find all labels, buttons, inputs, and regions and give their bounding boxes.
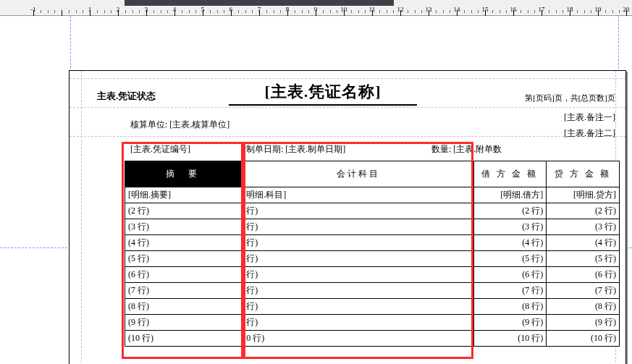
cell-summary[interactable]: (8 行) bbox=[125, 299, 243, 315]
cell-subject[interactable]: 0 行) bbox=[243, 331, 473, 347]
design-dash bbox=[69, 78, 625, 79]
col-subject[interactable]: 会计科目 bbox=[243, 161, 473, 187]
cell-credit[interactable]: (5 行) bbox=[547, 251, 620, 267]
col-credit[interactable]: 贷 方 金 额 bbox=[547, 161, 620, 187]
table-row[interactable]: (7 行) 行)(7 行)(7 行) bbox=[125, 283, 620, 299]
cell-debit[interactable]: (9 行) bbox=[473, 315, 547, 331]
ruler-dark-segment bbox=[125, 0, 394, 6]
cell-summary[interactable]: (3 行) bbox=[125, 219, 243, 235]
page-indicator[interactable]: 第[页码]页，共[总页数]页 bbox=[525, 93, 615, 103]
cell-credit[interactable]: (9 行) bbox=[547, 315, 620, 331]
unit-label: 核算单位: bbox=[130, 119, 167, 130]
design-dash bbox=[69, 136, 625, 137]
cell-credit[interactable]: (2 行) bbox=[547, 203, 620, 219]
col-debit[interactable]: 借 方 金 额 bbox=[473, 161, 547, 187]
makedate-value: [主表.制单日期] bbox=[285, 144, 345, 154]
table-row[interactable]: (9 行) 行)(9 行)(9 行) bbox=[125, 315, 620, 331]
cell-summary[interactable]: (5 行) bbox=[125, 251, 243, 267]
table-row[interactable]: (6 行) 行)(6 行)(6 行) bbox=[125, 267, 620, 283]
voucher-title[interactable]: [主表.凭证名称] bbox=[229, 81, 417, 106]
design-dash bbox=[69, 107, 625, 108]
table-row[interactable]: [明细.摘要]明细.科目][明细.借方][明细.贷方] bbox=[125, 187, 620, 203]
attach-value: [主表.附单数 bbox=[453, 144, 502, 154]
cell-credit[interactable]: (8 行) bbox=[547, 299, 620, 315]
table-row[interactable]: (4 行) 行)(4 行)(4 行) bbox=[125, 235, 620, 251]
cell-subject[interactable]: 行) bbox=[243, 203, 473, 219]
cell-credit[interactable]: (3 行) bbox=[547, 219, 620, 235]
accounting-unit-row[interactable]: 核算单位: [主表.核算单位] bbox=[130, 119, 229, 131]
cell-subject[interactable]: 行) bbox=[243, 219, 473, 235]
cell-summary[interactable]: (9 行) bbox=[125, 315, 243, 331]
cell-debit[interactable]: (3 行) bbox=[473, 219, 547, 235]
col-summary[interactable]: 摘 要 bbox=[125, 161, 243, 187]
cell-credit[interactable]: (4 行) bbox=[547, 235, 620, 251]
voucher-table[interactable]: 摘 要 会计科目 借 方 金 额 贷 方 金 额 [明细.摘要]明细.科目][明… bbox=[125, 161, 620, 347]
remark-2[interactable]: [主表.备注二] bbox=[564, 127, 615, 140]
cell-debit[interactable]: (6 行) bbox=[473, 267, 547, 283]
makedate-label: 制单日期: bbox=[246, 144, 283, 154]
cell-credit[interactable]: (7 行) bbox=[547, 283, 620, 299]
voucher-number[interactable]: [主表.凭证编号] bbox=[130, 143, 190, 156]
design-canvas[interactable]: 主表.凭证状态 [主表.凭证名称] 第[页码]页，共[总页数]页 [主表.备注一… bbox=[0, 16, 632, 364]
attachment-count[interactable]: 数量: [主表.附单数 bbox=[431, 143, 502, 156]
table-row[interactable]: (8 行) 行)(8 行)(8 行) bbox=[125, 299, 620, 315]
cell-subject[interactable]: 行) bbox=[243, 267, 473, 283]
design-dash bbox=[81, 71, 82, 364]
cell-credit[interactable]: (6 行) bbox=[547, 267, 620, 283]
unit-value: [主表.核算单位] bbox=[169, 119, 229, 130]
cell-subject[interactable]: 明细.科目] bbox=[243, 187, 473, 203]
cell-subject[interactable]: 行) bbox=[243, 283, 473, 299]
table-header-row: 摘 要 会计科目 借 方 金 额 贷 方 金 额 bbox=[125, 161, 620, 187]
cell-credit[interactable]: [明细.贷方] bbox=[547, 187, 620, 203]
cell-debit[interactable]: (10 行) bbox=[473, 331, 547, 347]
remark-1[interactable]: [主表.备注一] bbox=[564, 111, 615, 124]
make-date[interactable]: 制单日期: [主表.制单日期] bbox=[246, 143, 345, 156]
cell-subject[interactable]: 行) bbox=[243, 251, 473, 267]
table-row[interactable]: (2 行) 行)(2 行)(2 行) bbox=[125, 203, 620, 219]
cell-summary[interactable]: (7 行) bbox=[125, 283, 243, 299]
cell-debit[interactable]: (8 行) bbox=[473, 299, 547, 315]
cell-subject[interactable]: 行) bbox=[243, 315, 473, 331]
cell-debit[interactable]: (2 行) bbox=[473, 203, 547, 219]
cell-subject[interactable]: 行) bbox=[243, 235, 473, 251]
table-row[interactable]: (10 行)0 行)(10 行)(10 行) bbox=[125, 331, 620, 347]
attach-label: 数量: bbox=[431, 144, 451, 154]
horizontal-ruler[interactable]: -11234567891011121314151617181920 bbox=[0, 0, 632, 16]
cell-debit[interactable]: (4 行) bbox=[473, 235, 547, 251]
cell-summary[interactable]: [明细.摘要] bbox=[125, 187, 243, 203]
table-row[interactable]: (5 行) 行)(5 行)(5 行) bbox=[125, 251, 620, 267]
voucher-status-label[interactable]: 主表.凭证状态 bbox=[97, 90, 156, 103]
cell-summary[interactable]: (10 行) bbox=[125, 331, 243, 347]
cell-debit[interactable]: [明细.借方] bbox=[473, 187, 547, 203]
cell-debit[interactable]: (5 行) bbox=[473, 251, 547, 267]
cell-summary[interactable]: (4 行) bbox=[125, 235, 243, 251]
report-page[interactable]: 主表.凭证状态 [主表.凭证名称] 第[页码]页，共[总页数]页 [主表.备注一… bbox=[69, 70, 626, 364]
cell-credit[interactable]: (10 行) bbox=[547, 331, 620, 347]
cell-subject[interactable]: 行) bbox=[243, 299, 473, 315]
cell-debit[interactable]: (7 行) bbox=[473, 283, 547, 299]
table-row[interactable]: (3 行) 行)(3 行)(3 行) bbox=[125, 219, 620, 235]
cell-summary[interactable]: (2 行) bbox=[125, 203, 243, 219]
cell-summary[interactable]: (6 行) bbox=[125, 267, 243, 283]
